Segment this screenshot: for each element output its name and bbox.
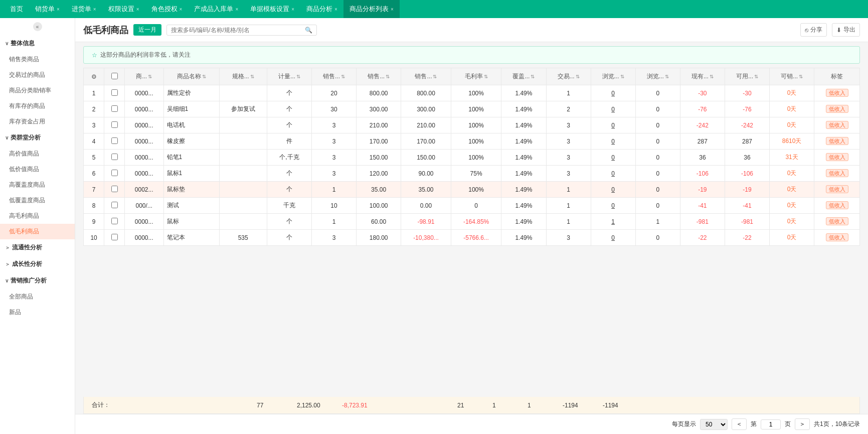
sidebar-group-circulation-title[interactable]: ＞ 流通性分析 <box>0 239 75 256</box>
row-browse1[interactable]: 0 <box>591 182 635 198</box>
col-spec[interactable]: 规格...⇅ <box>219 68 267 85</box>
col-browse1[interactable]: 浏览...⇅ <box>591 68 635 85</box>
close-icon[interactable]: × <box>136 7 139 12</box>
row-select-checkbox[interactable] <box>111 154 118 160</box>
sidebar-group-cluster-title[interactable]: ∨ 类群堂分析 <box>0 129 75 146</box>
sidebar-item-sales-goods[interactable]: 销售类商品 <box>0 52 75 67</box>
close-icon[interactable]: × <box>57 7 60 12</box>
close-icon[interactable]: × <box>291 7 294 12</box>
sidebar-collapse-btn[interactable]: « <box>33 22 42 31</box>
nav-purchase[interactable]: 进货单 × <box>66 0 102 18</box>
sidebar-item-low-value[interactable]: 低价值商品 <box>0 162 75 177</box>
row-select-checkbox[interactable] <box>111 89 118 96</box>
row-browse1[interactable]: 0 <box>591 230 635 246</box>
nav-permissions[interactable]: 权限设置 × <box>102 0 145 18</box>
row-sale-count: 30 <box>311 101 356 117</box>
share-button[interactable]: ⎋ 分享 <box>800 23 827 37</box>
close-icon[interactable]: × <box>180 7 183 12</box>
sidebar-item-category-sales[interactable]: 商品分类助销率 <box>0 83 75 98</box>
close-icon[interactable]: × <box>391 7 394 12</box>
search-input[interactable] <box>171 27 305 34</box>
row-checkbox[interactable] <box>104 166 125 182</box>
col-browse2[interactable]: 浏览...⇅ <box>635 68 680 85</box>
sidebar-group-growth-title[interactable]: ＞ 成长性分析 <box>0 256 75 272</box>
row-checkbox[interactable] <box>104 198 125 214</box>
sidebar-item-high-value[interactable]: 高价值商品 <box>0 146 75 162</box>
row-browse1[interactable]: 0 <box>591 133 635 150</box>
table-container[interactable]: ⚙ 商...⇅ 商品名称⇅ 规格...⇅ 计量...⇅ 销售...⇅ 销售...… <box>75 68 868 397</box>
export-button[interactable]: ⬇ 导出 <box>832 23 860 37</box>
sidebar-item-stock-goods[interactable]: 有库存的商品 <box>0 98 75 114</box>
row-select-checkbox[interactable] <box>111 105 118 112</box>
nav-analysis-list[interactable]: 商品分析列表 × <box>343 0 400 18</box>
col-coverage[interactable]: 覆盖...⇅ <box>501 68 546 85</box>
row-browse1[interactable]: 0 <box>591 166 635 182</box>
nav-home[interactable]: 首页 <box>4 0 29 18</box>
row-browse2: 1 <box>635 214 680 230</box>
nav-analysis[interactable]: 商品分析 × <box>300 0 343 18</box>
row-unit: 个 <box>267 85 311 101</box>
sidebar-item-high-coverage[interactable]: 高覆盖度商品 <box>0 177 75 193</box>
row-browse1[interactable]: 0 <box>591 117 635 133</box>
col-code[interactable]: 商...⇅ <box>124 68 163 85</box>
col-settings[interactable]: ⚙ <box>84 68 104 85</box>
col-sale-count[interactable]: 销售...⇅ <box>311 68 356 85</box>
nav-roles[interactable]: 角色授权 × <box>145 0 189 18</box>
close-icon[interactable]: × <box>93 7 96 12</box>
col-checkbox[interactable] <box>104 68 125 85</box>
row-checkbox[interactable] <box>104 117 125 133</box>
prev-page-button[interactable]: ＜ <box>732 418 747 430</box>
col-name[interactable]: 商品名称⇅ <box>163 68 219 85</box>
sidebar-item-stock-capital[interactable]: 库存资金占用 <box>0 114 75 129</box>
next-page-button[interactable]: ＞ <box>795 418 810 430</box>
row-select-checkbox[interactable] <box>111 170 118 176</box>
row-browse1[interactable]: 0 <box>591 198 635 214</box>
col-available[interactable]: 可用...⇅ <box>725 68 769 85</box>
row-select-checkbox[interactable] <box>111 121 118 128</box>
col-sale-profit[interactable]: 销售...⇅ <box>401 68 451 85</box>
sidebar-item-new-goods[interactable]: 新品 <box>0 305 75 320</box>
row-select-checkbox[interactable] <box>111 218 118 224</box>
row-browse1[interactable]: 1 <box>591 214 635 230</box>
sidebar-item-low-margin[interactable]: 低毛利商品 <box>0 224 75 239</box>
page-input[interactable] <box>761 419 781 429</box>
row-checkbox[interactable] <box>104 85 125 101</box>
page-size-select[interactable]: 50 100 200 <box>700 419 728 430</box>
row-tag: 低收入 <box>814 230 860 246</box>
row-checkbox[interactable] <box>104 214 125 230</box>
sidebar-group-marketing-title[interactable]: ∨ 营销推广分析 <box>0 272 75 289</box>
col-trade-count[interactable]: 交易...⇅ <box>546 68 591 85</box>
search-box[interactable]: 🔍 <box>166 25 317 36</box>
row-browse1[interactable]: 0 <box>591 101 635 117</box>
select-all-checkbox[interactable] <box>111 73 118 79</box>
col-sellable[interactable]: 可销...⇅ <box>770 68 814 85</box>
row-select-checkbox[interactable] <box>111 186 118 192</box>
row-checkbox[interactable] <box>104 101 125 117</box>
row-select-checkbox[interactable] <box>111 234 118 240</box>
close-icon[interactable]: × <box>334 7 337 12</box>
row-browse1[interactable]: 0 <box>591 85 635 101</box>
nav-inventory[interactable]: 产成品入库单 × <box>188 0 244 18</box>
col-gross-margin[interactable]: 毛利率⇅ <box>451 68 501 85</box>
row-checkbox[interactable] <box>104 150 125 166</box>
date-filter-button[interactable]: 近一月 <box>133 24 161 36</box>
nav-sales[interactable]: 销货单 × <box>29 0 66 18</box>
sidebar-group-overall-title[interactable]: ∨ 整体信息 <box>0 35 75 52</box>
nav-template[interactable]: 单据模板设置 × <box>244 0 300 18</box>
col-current-stock[interactable]: 现有...⇅ <box>680 68 725 85</box>
close-icon[interactable]: × <box>235 7 238 12</box>
row-browse1[interactable]: 0 <box>591 150 635 166</box>
col-unit[interactable]: 计量...⇅ <box>267 68 311 85</box>
row-checkbox[interactable] <box>104 133 125 150</box>
col-sale-amount[interactable]: 销售...⇅ <box>357 68 401 85</box>
sidebar-item-traded-goods[interactable]: 交易过的商品 <box>0 67 75 83</box>
row-select-checkbox[interactable] <box>111 202 118 208</box>
search-icon[interactable]: 🔍 <box>305 27 312 34</box>
col-tag[interactable]: 标签 <box>814 68 860 85</box>
row-checkbox[interactable] <box>104 230 125 246</box>
sidebar-item-high-margin[interactable]: 高毛利商品 <box>0 208 75 224</box>
row-select-checkbox[interactable] <box>111 137 118 144</box>
row-checkbox[interactable] <box>104 182 125 198</box>
sidebar-item-low-coverage[interactable]: 低覆盖度商品 <box>0 193 75 208</box>
sidebar-item-all-goods[interactable]: 全部商品 <box>0 289 75 305</box>
